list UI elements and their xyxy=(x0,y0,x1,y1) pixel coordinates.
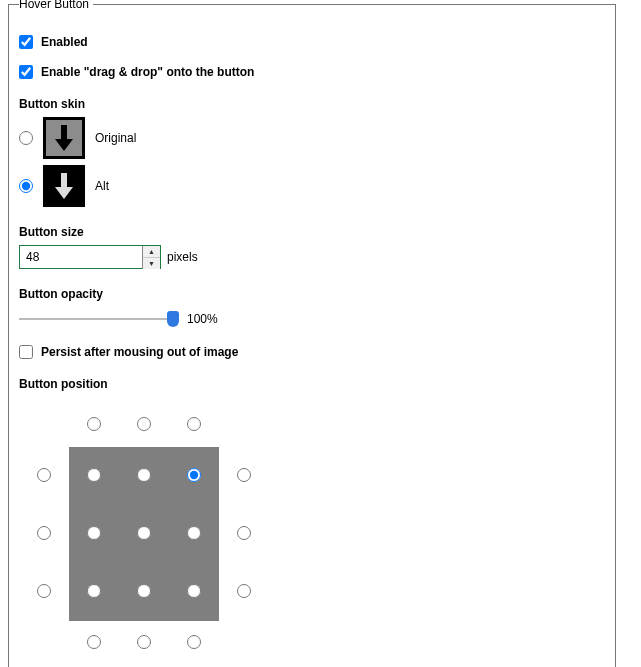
position-cell xyxy=(119,621,169,665)
skin-alt-row: Alt xyxy=(19,165,605,207)
position-radio-r1-c4[interactable] xyxy=(237,468,251,482)
position-radio-r2-c1[interactable] xyxy=(87,526,101,540)
position-cell xyxy=(169,505,219,563)
skin-original-radio[interactable] xyxy=(19,131,33,145)
position-cell xyxy=(219,563,269,621)
enabled-label: Enabled xyxy=(41,35,88,49)
size-section-label: Button size xyxy=(19,225,605,239)
spinner-buttons: ▲ ▼ xyxy=(142,246,160,269)
dragdrop-row: Enable "drag & drop" onto the button xyxy=(19,65,605,79)
position-cell xyxy=(119,563,169,621)
position-cell xyxy=(19,403,69,447)
group-legend: Hover Button xyxy=(19,0,93,11)
position-cell xyxy=(69,621,119,665)
position-cell xyxy=(219,447,269,505)
position-radio-r1-c0[interactable] xyxy=(37,468,51,482)
position-cell xyxy=(19,505,69,563)
skin-original-preview xyxy=(43,117,85,159)
enabled-row: Enabled xyxy=(19,35,605,49)
position-cell xyxy=(219,505,269,563)
position-cell xyxy=(69,505,119,563)
position-section-label: Button position xyxy=(19,377,605,391)
position-cell xyxy=(169,447,219,505)
spinner-up-button[interactable]: ▲ xyxy=(143,246,160,258)
position-radio-r1-c3[interactable] xyxy=(187,468,201,482)
dragdrop-checkbox[interactable] xyxy=(19,65,33,79)
position-radio-r2-c2[interactable] xyxy=(137,526,151,540)
position-radio-r0-c3[interactable] xyxy=(187,417,201,431)
position-radio-r4-c2[interactable] xyxy=(137,635,151,649)
position-cell xyxy=(119,447,169,505)
skin-alt-preview xyxy=(43,165,85,207)
position-radio-r2-c0[interactable] xyxy=(37,526,51,540)
size-input[interactable] xyxy=(20,250,142,264)
position-radio-r2-c4[interactable] xyxy=(237,526,251,540)
slider-track xyxy=(19,318,179,320)
position-radio-r3-c0[interactable] xyxy=(37,584,51,598)
skin-alt-radio[interactable] xyxy=(19,179,33,193)
position-radio-r0-c1[interactable] xyxy=(87,417,101,431)
persist-row: Persist after mousing out of image xyxy=(19,345,605,359)
enabled-checkbox[interactable] xyxy=(19,35,33,49)
position-cell xyxy=(219,403,269,447)
position-radio-r2-c3[interactable] xyxy=(187,526,201,540)
opacity-section-label: Button opacity xyxy=(19,287,605,301)
position-cell xyxy=(19,563,69,621)
position-cell xyxy=(19,447,69,505)
position-cell xyxy=(169,563,219,621)
position-cell xyxy=(219,621,269,665)
position-radio-r3-c1[interactable] xyxy=(87,584,101,598)
position-radio-r3-c2[interactable] xyxy=(137,584,151,598)
opacity-row: 100% xyxy=(19,309,605,329)
opacity-value-label: 100% xyxy=(187,312,218,326)
position-radio-r1-c2[interactable] xyxy=(137,468,151,482)
persist-checkbox[interactable] xyxy=(19,345,33,359)
skin-original-row: Original xyxy=(19,117,605,159)
position-radio-r0-c2[interactable] xyxy=(137,417,151,431)
position-cell xyxy=(69,563,119,621)
skin-alt-label: Alt xyxy=(95,179,109,193)
position-radio-r3-c4[interactable] xyxy=(237,584,251,598)
position-cell xyxy=(169,621,219,665)
dragdrop-label: Enable "drag & drop" onto the button xyxy=(41,65,254,79)
position-cell xyxy=(19,621,69,665)
position-radio-r3-c3[interactable] xyxy=(187,584,201,598)
slider-thumb[interactable] xyxy=(167,311,179,327)
position-grid xyxy=(19,403,605,665)
arrow-down-icon xyxy=(52,171,76,201)
position-radio-r1-c1[interactable] xyxy=(87,468,101,482)
position-radio-r4-c1[interactable] xyxy=(87,635,101,649)
persist-label: Persist after mousing out of image xyxy=(41,345,238,359)
size-row: ▲ ▼ pixels xyxy=(19,245,605,269)
hover-button-group: Hover Button Enabled Enable "drag & drop… xyxy=(8,4,616,667)
size-spinner: ▲ ▼ xyxy=(19,245,161,269)
size-unit: pixels xyxy=(167,250,198,264)
position-cell xyxy=(119,505,169,563)
arrow-down-icon xyxy=(52,123,76,153)
position-cell xyxy=(169,403,219,447)
position-cell xyxy=(119,403,169,447)
position-cell xyxy=(69,447,119,505)
spinner-down-button[interactable]: ▼ xyxy=(143,258,160,269)
position-cell xyxy=(69,403,119,447)
skin-section-label: Button skin xyxy=(19,97,605,111)
opacity-slider[interactable] xyxy=(19,309,179,329)
position-radio-r4-c3[interactable] xyxy=(187,635,201,649)
skin-original-label: Original xyxy=(95,131,136,145)
